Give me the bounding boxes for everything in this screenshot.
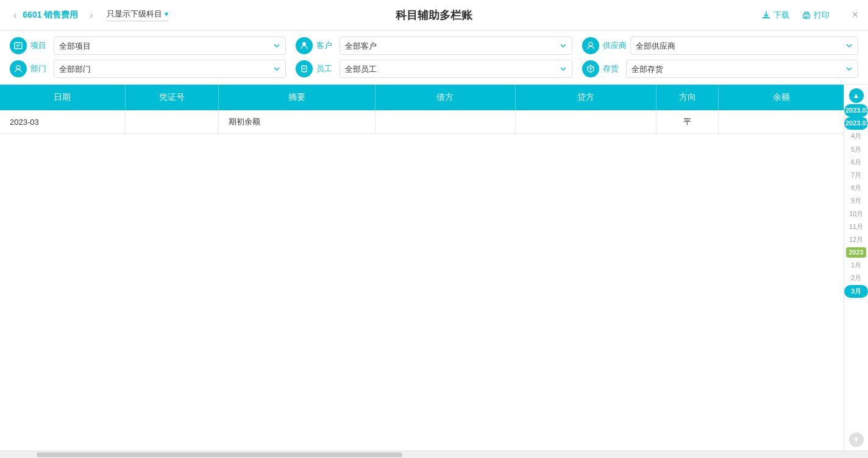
inventory-icon	[582, 60, 599, 77]
table-header-row: 日期 凭证号 摘要 借方 贷方 方向 余额	[0, 85, 844, 110]
timeline-item-4[interactable]: 4月	[844, 130, 868, 143]
page-title: 科目辅助多栏账	[396, 8, 472, 23]
print-label: 打印	[814, 10, 830, 21]
svg-rect-3	[805, 17, 807, 18]
side-timeline: ▲ 2023.03 2023.03 4月 5月 6月 7月 8月 9月 10月 …	[844, 85, 868, 451]
department-select[interactable]: 全部部门	[54, 60, 286, 78]
cell-voucher	[125, 110, 219, 134]
col-balance: 余额	[719, 85, 844, 110]
table-row: 2023-03 期初余额 平	[0, 110, 844, 134]
filter-row-2: 部门 全部部门 员工 全部员工 存货 全部	[10, 60, 858, 78]
timeline-item-7[interactable]: 7月	[844, 169, 868, 181]
next-account-button[interactable]: ›	[86, 9, 96, 22]
svg-rect-4	[15, 43, 22, 49]
header-actions: 下载 打印 ×	[761, 9, 858, 21]
timeline-item-12[interactable]: 12月	[844, 233, 868, 246]
download-icon	[761, 10, 771, 20]
cell-summary: 期初余额	[219, 110, 375, 134]
chevron-up-icon: ▲	[853, 91, 860, 100]
close-button[interactable]: ×	[852, 9, 858, 21]
filter-group-customer: 客户 全部客户	[296, 37, 572, 55]
department-label: 部门	[30, 63, 50, 74]
scrollbar-thumb[interactable]	[37, 453, 402, 457]
customer-label: 客户	[316, 40, 336, 51]
account-code: 6601 销售费用	[23, 10, 84, 21]
col-debit: 借方	[375, 85, 516, 110]
supplier-label: 供应商	[603, 40, 627, 51]
svg-rect-2	[805, 16, 808, 16]
chevron-down-icon: ▼	[853, 435, 860, 444]
download-label: 下载	[774, 10, 789, 21]
print-icon	[802, 10, 811, 20]
timeline-up-button[interactable]: ▲	[849, 88, 864, 103]
filter-group-supplier: 供应商 全部供应商	[582, 37, 858, 55]
cell-balance	[719, 110, 844, 134]
cell-debit	[375, 110, 516, 134]
project-select[interactable]: 全部项目	[54, 37, 286, 55]
main-window: ‹ 6601 销售费用 › 只显示下级科目 ▾ 科目辅助多栏账 下载	[0, 0, 868, 458]
employee-icon	[296, 60, 313, 77]
timeline-item-2023-03-second[interactable]: 2023.03	[844, 117, 868, 130]
timeline-item-9[interactable]: 9月	[844, 194, 868, 207]
print-button[interactable]: 打印	[802, 10, 830, 21]
filter-group-inventory: 存货 全部存货	[582, 60, 858, 78]
cell-date: 2023-03	[0, 110, 125, 134]
col-date: 日期	[0, 85, 125, 110]
cell-credit	[516, 110, 656, 134]
ledger-table: 日期 凭证号 摘要 借方 贷方 方向 余额 2023-03 期初余额	[0, 85, 844, 134]
title-bar: ‹ 6601 销售费用 › 只显示下级科目 ▾ 科目辅助多栏账 下载	[0, 0, 868, 30]
timeline-down-button[interactable]: ▼	[849, 432, 864, 447]
employee-select[interactable]: 全部员工	[340, 60, 572, 78]
timeline-item-3-current[interactable]: 3月	[844, 285, 868, 298]
employee-label: 员工	[316, 63, 336, 74]
table-wrapper[interactable]: 日期 凭证号 摘要 借方 贷方 方向 余额 2023-03 期初余额	[0, 85, 868, 451]
timeline-item-6[interactable]: 6月	[844, 156, 868, 169]
timeline-item-10[interactable]: 10月	[844, 208, 868, 220]
timeline-item-11[interactable]: 11月	[844, 220, 868, 233]
timeline-year-2023[interactable]: 2023	[846, 247, 866, 258]
filter-group-project: 项目 全部项目	[10, 37, 286, 55]
show-sub-accounts-label: 只显示下级科目	[107, 9, 162, 19]
col-direction: 方向	[656, 85, 719, 110]
timeline-item-1[interactable]: 1月	[844, 259, 868, 272]
filter-group-department: 部门 全部部门	[10, 60, 286, 78]
col-credit: 贷方	[516, 85, 656, 110]
horizontal-scrollbar[interactable]	[0, 451, 868, 458]
show-sub-accounts-dropdown[interactable]: 只显示下级科目 ▾	[107, 9, 168, 21]
chevron-down-icon: ▾	[165, 10, 168, 18]
inventory-label: 存货	[603, 63, 622, 74]
svg-rect-0	[763, 17, 770, 18]
cell-direction: 平	[656, 110, 719, 134]
timeline-item-5[interactable]: 5月	[844, 143, 868, 156]
svg-point-7	[589, 43, 592, 46]
supplier-select[interactable]: 全部供应商	[630, 37, 858, 55]
supplier-icon	[582, 37, 599, 54]
customer-icon	[296, 37, 313, 54]
svg-rect-9	[302, 66, 307, 72]
svg-point-8	[16, 66, 20, 69]
prev-account-button[interactable]: ‹	[10, 9, 20, 22]
customer-select[interactable]: 全部客户	[340, 37, 572, 55]
timeline-item-2[interactable]: 2月	[844, 272, 868, 284]
inventory-select[interactable]: 全部存货	[626, 60, 858, 78]
filter-row-1: 项目 全部项目 客户 全部客户 供应商 全	[10, 37, 858, 55]
download-button[interactable]: 下载	[761, 10, 789, 21]
col-voucher: 凭证号	[125, 85, 219, 110]
project-label: 项目	[30, 40, 50, 51]
filter-group-employee: 员工 全部员工	[296, 60, 572, 78]
department-icon	[10, 60, 27, 77]
col-summary: 摘要	[219, 85, 375, 110]
project-icon	[10, 37, 27, 54]
filter-bar: 项目 全部项目 客户 全部客户 供应商 全	[0, 30, 868, 85]
timeline-item-2023-03-first[interactable]: 2023.03	[844, 104, 868, 117]
timeline-item-8[interactable]: 8月	[844, 181, 868, 194]
